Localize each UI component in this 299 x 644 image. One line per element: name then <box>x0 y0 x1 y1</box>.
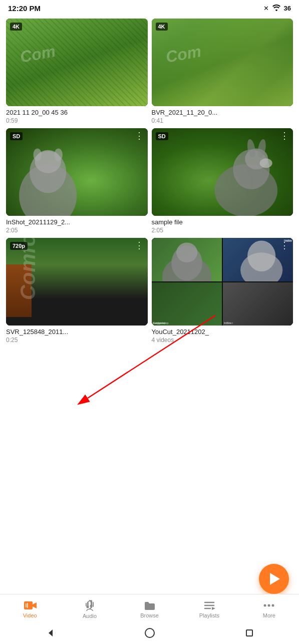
thumbnail-6: haba Gadgetstop InShot <box>152 238 293 326</box>
video-title-1: 2021 11 20_00 45 36 <box>6 109 148 116</box>
video-title-6: YouCut_20211202_ <box>152 328 293 336</box>
bottom-nav: Video Audio Browse <box>0 594 299 622</box>
svg-point-30 <box>268 604 270 607</box>
nav-item-audio[interactable]: Audio <box>60 599 119 619</box>
system-nav-bar <box>0 622 299 644</box>
wifi-icon <box>272 4 281 13</box>
video-title-5: SVR_125848_2011... <box>6 328 148 336</box>
status-icons: ✕ 36 <box>263 4 291 13</box>
svg-rect-34 <box>246 630 252 636</box>
nav-label-more: More <box>263 612 275 618</box>
thumbnail-2: Com <box>152 19 293 106</box>
video-nav-icon <box>24 600 37 611</box>
nav-label-playlists: Playlists <box>199 612 219 618</box>
svg-point-14 <box>176 243 197 262</box>
video-duration-2: 0:41 <box>152 117 293 124</box>
thumbnail-5: Comfort <box>6 238 148 326</box>
play-fab[interactable] <box>259 564 289 594</box>
video-item-3[interactable]: SD ⋮ InShot_20211129_2... 2:05 <box>6 128 148 234</box>
svg-point-33 <box>145 628 154 637</box>
more-options-6[interactable]: ⋮ <box>280 241 289 250</box>
quality-badge-4: SD <box>156 132 168 140</box>
svg-point-4 <box>54 149 63 161</box>
video-grid: Com 4K 2021 11 20_00 45 36 0:59 Com 4K B… <box>0 15 299 348</box>
more-options-5[interactable]: ⋮ <box>135 241 144 250</box>
svg-point-10 <box>259 159 272 168</box>
quality-badge-5: 720p <box>10 242 28 250</box>
video-duration-1: 0:59 <box>6 117 148 124</box>
video-duration-5: 0:25 <box>6 337 148 344</box>
x-icon: ✕ <box>263 5 269 12</box>
audio-nav-icon <box>84 599 95 611</box>
video-title-3: InShot_20211129_2... <box>6 218 148 226</box>
svg-point-29 <box>264 604 266 607</box>
svg-marker-32 <box>49 629 53 636</box>
svg-point-31 <box>272 604 274 607</box>
battery-icon: 36 <box>284 5 291 12</box>
video-item-2[interactable]: Com 4K BVR_2021_11_20_0... 0:41 <box>152 19 293 124</box>
svg-rect-19 <box>24 601 33 609</box>
video-duration-4: 2:05 <box>152 227 293 234</box>
video-title-2: BVR_2021_11_20_0... <box>152 109 293 116</box>
nav-label-video: Video <box>23 612 37 618</box>
nav-item-playlists[interactable]: Playlists <box>179 600 239 618</box>
svg-point-23 <box>87 606 89 608</box>
video-item-1[interactable]: Com 4K 2021 11 20_00 45 36 0:59 <box>6 19 148 124</box>
thumbnail-4 <box>152 128 293 216</box>
nav-item-video[interactable]: Video <box>0 600 60 618</box>
video-item-4[interactable]: SD ⋮ sample file 2:05 <box>152 128 293 234</box>
status-time: 12:20 PM <box>8 4 41 13</box>
quality-badge-2: 4K <box>156 23 168 31</box>
quality-badge-3: SD <box>10 132 23 140</box>
thumbnail-3 <box>6 128 148 216</box>
quality-badge-1: 4K <box>10 23 22 31</box>
sys-nav-home[interactable] <box>144 627 155 638</box>
svg-marker-28 <box>212 607 215 610</box>
svg-point-16 <box>247 241 275 272</box>
thumbnail-1: Com <box>6 19 148 106</box>
sys-nav-back[interactable] <box>45 627 56 638</box>
svg-point-24 <box>90 605 93 607</box>
playlists-nav-icon <box>203 600 215 611</box>
nav-label-browse: Browse <box>140 612 159 618</box>
more-nav-icon <box>263 600 275 611</box>
nav-item-browse[interactable]: Browse <box>120 600 179 618</box>
svg-marker-20 <box>33 602 37 608</box>
video-duration-6: 4 videos <box>152 337 293 344</box>
nav-label-audio: Audio <box>83 613 97 619</box>
video-title-4: sample file <box>152 218 293 226</box>
video-item-5[interactable]: Comfort 720p ⋮ SVR_125848_2011... 0:25 <box>6 238 148 344</box>
play-icon <box>270 573 280 585</box>
video-item-6[interactable]: haba Gadgetstop InShot <box>152 238 293 344</box>
video-duration-3: 2:05 <box>6 227 148 234</box>
svg-point-3 <box>33 149 42 161</box>
nav-item-more[interactable]: More <box>239 600 299 618</box>
more-options-4[interactable]: ⋮ <box>280 131 289 140</box>
browse-nav-icon <box>144 600 156 611</box>
more-options-3[interactable]: ⋮ <box>135 131 144 140</box>
status-bar: 12:20 PM ✕ 36 <box>0 0 299 15</box>
sys-nav-recents[interactable] <box>244 627 255 638</box>
